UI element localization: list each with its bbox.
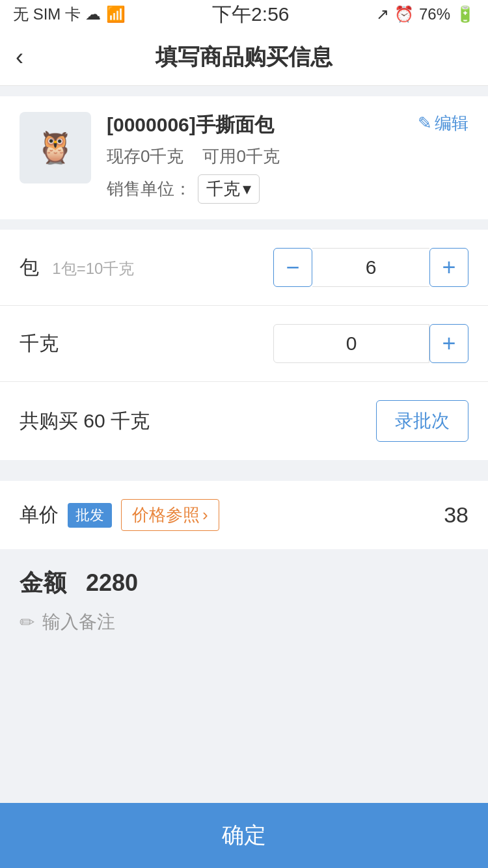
- status-right: ↗ ⏰ 76% 🔋: [376, 5, 475, 23]
- note-row[interactable]: ✏ 输入备注: [20, 610, 468, 634]
- product-name: [0000006]手撕面包: [107, 112, 402, 139]
- nav-bar: ‹ 填写商品购买信息: [0, 29, 488, 86]
- kg-input-row: 千克 +: [0, 306, 488, 382]
- price-section: 单价 批发 价格参照 › 38: [0, 481, 488, 549]
- amount-row: 金额 2280: [20, 567, 468, 599]
- kg-stepper: +: [273, 324, 468, 363]
- price-label: 单价: [20, 502, 59, 528]
- status-time: 下午2:56: [212, 1, 289, 28]
- unit-value: 千克: [206, 178, 240, 200]
- divider-2: [0, 460, 488, 470]
- alarm-icon: ⏰: [394, 5, 414, 23]
- dropdown-icon: ▾: [243, 179, 251, 199]
- back-button[interactable]: ‹: [16, 44, 23, 71]
- confirm-bar[interactable]: 确定: [0, 803, 488, 868]
- input-section: 包 1包=10千克 − + 千克 +: [0, 230, 488, 382]
- kg-plus-button[interactable]: +: [429, 324, 468, 363]
- price-ref-button[interactable]: 价格参照 ›: [121, 499, 219, 531]
- price-row: 单价 批发 价格参照 › 38: [0, 481, 488, 549]
- edit-label: 编辑: [435, 112, 468, 135]
- package-input-row: 包 1包=10千克 − +: [0, 230, 488, 306]
- package-stepper: − +: [273, 248, 468, 287]
- note-icon: ✏: [20, 612, 34, 633]
- stock-label: 现存0千克: [107, 146, 183, 166]
- page-title: 填写商品购买信息: [156, 42, 332, 72]
- summary-text: 共购买 60 千克: [20, 408, 150, 435]
- product-card: 🦉 [0000006]手撕面包 现存0千克 可用0千克 销售单位： 千克 ▾ ✎…: [0, 96, 488, 219]
- summary-row: 共购买 60 千克 录批次: [0, 382, 488, 460]
- sim-label: 无 SIM 卡 ☁: [13, 4, 101, 25]
- confirm-text: 确定: [222, 821, 266, 850]
- unit-label: 销售单位：: [107, 178, 191, 200]
- batch-button[interactable]: 录批次: [376, 400, 468, 442]
- package-hint: 1包=10千克: [52, 260, 134, 277]
- product-image: 🦉: [20, 112, 91, 183]
- kg-label: 千克: [20, 331, 273, 357]
- amount-label: 金额: [20, 569, 66, 596]
- location-icon: ↗: [376, 5, 389, 23]
- price-ref-arrow: ›: [202, 505, 208, 525]
- unit-selector[interactable]: 千克 ▾: [198, 174, 260, 204]
- product-info: [0000006]手撕面包 现存0千克 可用0千克 销售单位： 千克 ▾: [107, 112, 402, 204]
- wifi-icon: 📶: [106, 5, 126, 23]
- battery-label: 76%: [419, 5, 450, 23]
- edit-button[interactable]: ✎ 编辑: [418, 112, 468, 135]
- kg-input-field[interactable]: [273, 324, 429, 363]
- amount-value: 2280: [86, 569, 138, 596]
- package-label: 包 1包=10千克: [20, 254, 273, 281]
- battery-icon: 🔋: [455, 5, 475, 23]
- status-left: 无 SIM 卡 ☁ 📶: [13, 4, 126, 25]
- price-tag: 批发: [68, 503, 112, 528]
- product-logo-icon: 🦉: [36, 129, 75, 166]
- status-bar: 无 SIM 卡 ☁ 📶 下午2:56 ↗ ⏰ 76% 🔋: [0, 0, 488, 29]
- product-unit-row: 销售单位： 千克 ▾: [107, 174, 402, 204]
- available-label: 可用0千克: [202, 146, 279, 166]
- package-minus-button[interactable]: −: [273, 248, 312, 287]
- package-text: 包: [20, 256, 39, 278]
- edit-icon: ✎: [418, 113, 432, 133]
- price-value: 38: [444, 502, 468, 528]
- package-input-field[interactable]: [312, 248, 429, 287]
- amount-section: 金额 2280 ✏ 输入备注: [0, 549, 488, 647]
- divider-1: [0, 219, 488, 230]
- package-plus-button[interactable]: +: [429, 248, 468, 287]
- product-stock: 现存0千克 可用0千克: [107, 145, 402, 168]
- note-placeholder: 输入备注: [42, 610, 115, 634]
- price-ref-label: 价格参照: [132, 504, 200, 526]
